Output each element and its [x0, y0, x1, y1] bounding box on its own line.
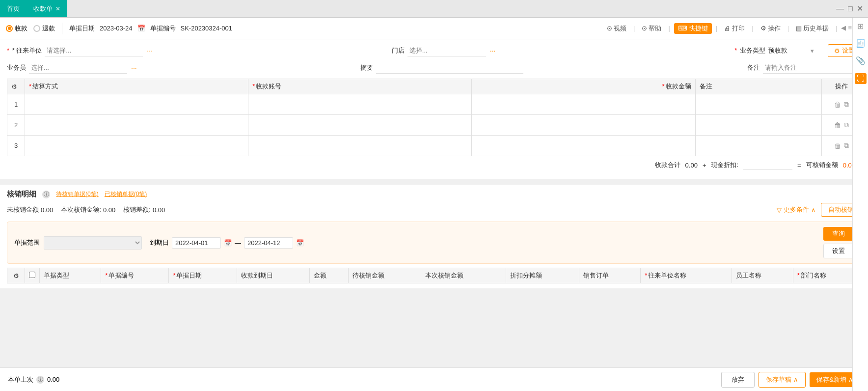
summary-row: 收款合计 0.00 + 现金折扣: = 可核销金额 0.00 [7, 156, 861, 174]
unreconciled-value: 0.00 [41, 206, 53, 214]
calendar-from-icon[interactable]: 📅 [224, 239, 232, 247]
receipt-icon[interactable]: 🧾 [856, 39, 866, 48]
form-row-2: 业务员 ··· 摘要 备注 [7, 62, 861, 74]
help-icon: ⊙ [642, 25, 647, 32]
tab-receipt-close[interactable]: ✕ [55, 5, 60, 12]
row-amount-1[interactable] [472, 94, 695, 115]
receipt-radio[interactable]: 收款 [6, 24, 27, 33]
reconcile-section: 核销明细 ⓘ 待核销单据(0笔) 已核销单据(0笔) 未核销金额 0.00 本次… [0, 185, 868, 288]
copy-icon-2[interactable]: ⧉ [844, 121, 849, 129]
store-label: 门店 [392, 46, 405, 55]
copy-icon-3[interactable]: ⧉ [844, 141, 849, 150]
reconcile-title: 核销明细 [7, 190, 36, 199]
footer-right: 放弃 保存草稿 ∧ 保存&新增 ∧ [721, 372, 860, 388]
row-settle-1[interactable] [25, 94, 248, 115]
remark-input[interactable] [763, 62, 861, 74]
print-label: 打印 [732, 24, 745, 33]
date-range-dash: — [235, 239, 241, 247]
reconcile-table: ⚙ 单据类型 *单据编号 *单据日期 收款到期日 金额 待核销金额 本次核销金额… [7, 268, 861, 283]
col-settle-header: *结算方式 [25, 79, 248, 94]
date-from-input[interactable] [172, 237, 221, 249]
row-remark-1[interactable] [695, 94, 821, 115]
chevron-up-icon: ∧ [811, 206, 816, 214]
pending-link[interactable]: 待核销单据(0笔) [56, 190, 99, 198]
btcol-bill-date: *单据日期 [169, 268, 237, 283]
row-settle-2[interactable] [25, 115, 248, 136]
expand-icon[interactable]: ⛶ [855, 73, 867, 84]
business-type-dropdown[interactable]: ▾ [811, 47, 814, 55]
staff-input[interactable] [29, 62, 127, 74]
row-account-3[interactable] [248, 136, 472, 156]
row-account-1[interactable] [248, 94, 472, 115]
scope-select[interactable] [44, 236, 142, 250]
prev-page-icon[interactable]: ◀ [841, 24, 846, 32]
row-settle-3[interactable] [25, 136, 248, 156]
maximize-button[interactable]: □ [848, 4, 853, 13]
total-label: 收款合计 [655, 161, 680, 169]
staff-field: 业务员 ··· [7, 62, 137, 74]
shortcut-btn[interactable]: ⌨ 快捷键 [674, 23, 712, 34]
refund-radio[interactable]: 退款 [33, 24, 55, 33]
tab-home[interactable]: 首页 [0, 0, 27, 17]
more-conditions-btn[interactable]: ▽ 更多条件 ∧ [777, 205, 816, 214]
tab-receipt[interactable]: 收款单 ✕ [27, 0, 67, 17]
reconcile-settings-button[interactable]: 设置 [823, 244, 854, 258]
date-range-group: 到期日 📅 — 📅 [150, 237, 304, 249]
close-button[interactable]: ✕ [857, 4, 863, 13]
summary-input[interactable] [376, 62, 523, 74]
remark-label: 备注 [747, 63, 760, 72]
table-row: 1 🗑 ⧉ [7, 94, 861, 115]
table-icon[interactable]: ⊞ [857, 22, 864, 31]
counterpart-input[interactable] [45, 45, 143, 56]
video-btn[interactable]: ⊙ 视频 [604, 23, 629, 34]
col-gear[interactable]: ⚙ [7, 79, 25, 94]
receipt-table: ⚙ *结算方式 *收款账号 *收款金额 备注 操作 1 [7, 79, 861, 156]
help-btn[interactable]: ⊙ 帮助 [639, 23, 664, 34]
row-amount-3[interactable] [472, 136, 695, 156]
equals-sign: = [797, 162, 801, 169]
store-input[interactable] [407, 45, 486, 56]
row-remark-3[interactable] [695, 136, 821, 156]
row-num-1: 1 [7, 94, 25, 115]
print-btn[interactable]: 🖨 打印 [721, 23, 748, 34]
calendar-icon[interactable]: 📅 [137, 25, 145, 32]
store-more-btn[interactable]: ··· [490, 47, 496, 55]
delete-icon-3[interactable]: 🗑 [834, 142, 841, 150]
counterpart-more-btn[interactable]: ··· [147, 47, 153, 55]
right-sidebar: ⊞ 🧾 📎 ⛶ [852, 18, 868, 391]
save-draft-arrow[interactable]: ∧ [793, 376, 798, 383]
more-conditions-label: 更多条件 [784, 205, 809, 214]
row-amount-2[interactable] [472, 115, 695, 136]
calendar-to-icon[interactable]: 📅 [296, 239, 304, 247]
done-link[interactable]: 已核销单据(0笔) [105, 190, 147, 198]
select-all-checkbox[interactable] [29, 272, 35, 278]
row-account-2[interactable] [248, 115, 472, 136]
history-btn[interactable]: ▤ 历史单据 [793, 23, 832, 34]
main-form: * * 往来单位 ··· 门店 ··· * 业务类型 预收款 ▾ ⚙ 设置 [0, 39, 868, 182]
list-view-icon[interactable]: ≡ [848, 24, 852, 32]
staff-more-btn[interactable]: ··· [131, 64, 137, 72]
copy-icon-1[interactable]: ⧉ [844, 100, 849, 109]
tab-home-label: 首页 [7, 4, 20, 13]
operation-btn[interactable]: ⚙ 操作 [758, 23, 784, 34]
btcol-gear[interactable]: ⚙ [7, 268, 25, 283]
required-star: * [7, 47, 9, 54]
history-icon: ▤ [796, 25, 802, 32]
row-remark-2[interactable] [695, 115, 821, 136]
info-icon[interactable]: ⓘ [42, 191, 50, 198]
query-settings: 查询 设置 [823, 227, 854, 258]
tab-bar: 首页 收款单 ✕ — □ ✕ [0, 0, 868, 18]
attach-icon[interactable]: 📎 [856, 56, 866, 65]
diff-item: 核销差额: 0.00 [123, 205, 165, 214]
shortcut-label: 快捷键 [689, 24, 708, 33]
abandon-button[interactable]: 放弃 [721, 372, 755, 388]
discount-input[interactable] [743, 160, 792, 170]
save-draft-button[interactable]: 保存草稿 ∧ [759, 372, 806, 388]
delete-icon-2[interactable]: 🗑 [834, 121, 841, 129]
business-type-field: * 业务类型 预收款 ▾ [734, 46, 814, 55]
delete-icon-1[interactable]: 🗑 [834, 101, 841, 109]
prev-info-icon[interactable]: ⓘ [36, 376, 44, 384]
minimize-button[interactable]: — [836, 4, 844, 13]
query-button[interactable]: 查询 [823, 227, 854, 241]
date-to-input[interactable] [244, 237, 293, 249]
